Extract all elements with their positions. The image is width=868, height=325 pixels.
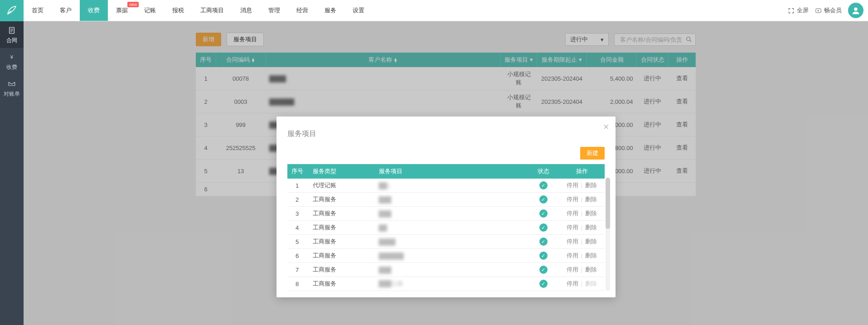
mcell-type: 工商服务 xyxy=(307,193,375,207)
mcell-item: ████ xyxy=(375,235,528,249)
mcell-ops: 停用|删除 xyxy=(559,193,605,207)
feather-icon xyxy=(6,5,17,16)
mcell-status: ✓ xyxy=(528,235,559,249)
mcell-ops: 停用|删除 xyxy=(559,207,605,221)
mcell-status: ✓ xyxy=(528,207,559,221)
list-item: 4工商服务██✓停用|删除 xyxy=(287,221,605,235)
mcell-type: 代理记账 xyxy=(307,179,375,193)
delete-link[interactable]: 删除 xyxy=(585,266,597,273)
sidebar-item-contract[interactable]: 合同 xyxy=(0,21,24,48)
fullscreen-button[interactable]: 全屏 xyxy=(788,6,809,15)
service-table: 序号 服务类型 服务项目 状态 操作 1代理记账██1✓停用|删除2工商服务██… xyxy=(287,164,605,291)
mcell-idx: 5 xyxy=(287,235,307,249)
delete-link[interactable]: 删除 xyxy=(585,224,597,231)
list-item: 1代理记账██1✓停用|删除 xyxy=(287,179,605,193)
disable-link[interactable]: 停用 xyxy=(567,210,578,217)
nav-item-客户[interactable]: 客户 xyxy=(52,0,80,21)
mcell-type: 工商服务 xyxy=(307,249,375,263)
disable-link[interactable]: 停用 xyxy=(567,266,578,273)
check-icon: ✓ xyxy=(539,223,548,232)
mcell-ops: 停用|删除 xyxy=(559,235,605,249)
fullscreen-icon xyxy=(788,7,795,14)
top-nav: 首页客户收费票据new记账报税工商项目消息管理经营服务设置 全屏 畅会员 xyxy=(0,0,868,21)
topnav-right: 全屏 畅会员 xyxy=(788,3,868,18)
disable-link[interactable]: 停用 xyxy=(567,196,578,203)
disable-link[interactable]: 停用 xyxy=(567,280,578,287)
mcell-idx: 7 xyxy=(287,263,307,277)
statement-icon xyxy=(7,79,16,88)
disable-link[interactable]: 停用 xyxy=(567,224,578,231)
sidebar-item-label: 对账单 xyxy=(4,90,20,98)
scrollbar-thumb[interactable] xyxy=(606,178,610,229)
nav-item-票据[interactable]: 票据new xyxy=(108,0,136,21)
avatar[interactable] xyxy=(848,3,863,18)
disable-link[interactable]: 停用 xyxy=(567,252,578,259)
delete-link[interactable]: 删除 xyxy=(585,210,597,217)
mcell-idx: 8 xyxy=(287,277,307,291)
member-label: 畅会员 xyxy=(824,6,842,15)
logo[interactable] xyxy=(0,0,24,21)
close-icon[interactable]: × xyxy=(603,121,609,133)
check-icon: ✓ xyxy=(539,181,548,189)
check-icon: ✓ xyxy=(539,252,548,260)
mcell-item: ██1 xyxy=(375,179,528,193)
modal-overlay: × 服务项目 新建 序号 服务类型 服务项目 状态 操作 xyxy=(24,21,868,325)
mcell-status: ✓ xyxy=(528,277,559,291)
delete-link[interactable]: 删除 xyxy=(585,280,597,287)
mth-type: 服务类型 xyxy=(307,164,375,179)
disable-link[interactable]: 停用 xyxy=(567,182,578,189)
sidebar-item-statement[interactable]: 对账单 xyxy=(0,75,24,102)
svg-text:¥: ¥ xyxy=(10,54,14,60)
nav-item-首页[interactable]: 首页 xyxy=(24,0,52,21)
mcell-idx: 6 xyxy=(287,249,307,263)
nav-item-设置[interactable]: 设置 xyxy=(344,0,373,21)
mcell-status: ✓ xyxy=(528,179,559,193)
list-item: 3工商服务███✓停用|删除 xyxy=(287,207,605,221)
mcell-idx: 2 xyxy=(287,193,307,207)
nav-item-服务[interactable]: 服务 xyxy=(316,0,344,21)
check-icon: ✓ xyxy=(539,209,548,218)
mcell-item: ███ xyxy=(375,207,528,221)
list-item: 6工商服务██████✓停用|删除 xyxy=(287,249,605,263)
nav-item-收费[interactable]: 收费 xyxy=(80,0,108,21)
check-icon: ✓ xyxy=(539,266,548,274)
mcell-ops: 停用|删除 xyxy=(559,249,605,263)
mcell-type: 工商服务 xyxy=(307,277,375,291)
mcell-item: ███ xyxy=(375,193,528,207)
delete-link[interactable]: 删除 xyxy=(585,252,597,259)
nav-item-报税[interactable]: 报税 xyxy=(164,0,192,21)
contract-icon xyxy=(7,26,16,35)
delete-link[interactable]: 删除 xyxy=(585,196,597,203)
delete-link[interactable]: 删除 xyxy=(585,238,597,245)
play-icon xyxy=(815,7,822,14)
sidebar: 合同¥收费对账单 xyxy=(0,21,24,325)
scrollbar[interactable] xyxy=(606,178,610,291)
mcell-item: ██████ xyxy=(375,249,528,263)
list-item: 7工商服务███✓停用|删除 xyxy=(287,263,605,277)
nav-item-消息[interactable]: 消息 xyxy=(232,0,260,21)
mth-ops: 操作 xyxy=(559,164,605,179)
delete-link[interactable]: 删除 xyxy=(585,182,597,189)
modal-title: 服务项目 xyxy=(276,116,616,147)
mcell-type: 工商服务 xyxy=(307,263,375,277)
mth-item: 服务项目 xyxy=(375,164,528,179)
modal-toolbar: 新建 xyxy=(276,147,616,164)
mcell-ops: 停用|删除 xyxy=(559,263,605,277)
new-button[interactable]: 新建 xyxy=(580,147,605,160)
fullscreen-label: 全屏 xyxy=(797,6,809,15)
mcell-status: ✓ xyxy=(528,193,559,207)
nav-item-经营[interactable]: 经营 xyxy=(288,0,316,21)
mth-idx: 序号 xyxy=(287,164,307,179)
member-button[interactable]: 畅会员 xyxy=(815,6,842,15)
nav-item-工商项目[interactable]: 工商项目 xyxy=(192,0,232,21)
mcell-status: ✓ xyxy=(528,221,559,235)
sidebar-item-label: 收费 xyxy=(6,63,17,71)
sidebar-item-fee[interactable]: ¥收费 xyxy=(0,48,24,75)
check-icon: ✓ xyxy=(539,280,548,288)
mcell-item: ███ xyxy=(375,263,528,277)
disable-link[interactable]: 停用 xyxy=(567,238,578,245)
nav-item-管理[interactable]: 管理 xyxy=(260,0,288,21)
check-icon: ✓ xyxy=(539,195,548,204)
check-icon: ✓ xyxy=(539,238,548,246)
nav-item-记账[interactable]: 记账 xyxy=(136,0,164,21)
